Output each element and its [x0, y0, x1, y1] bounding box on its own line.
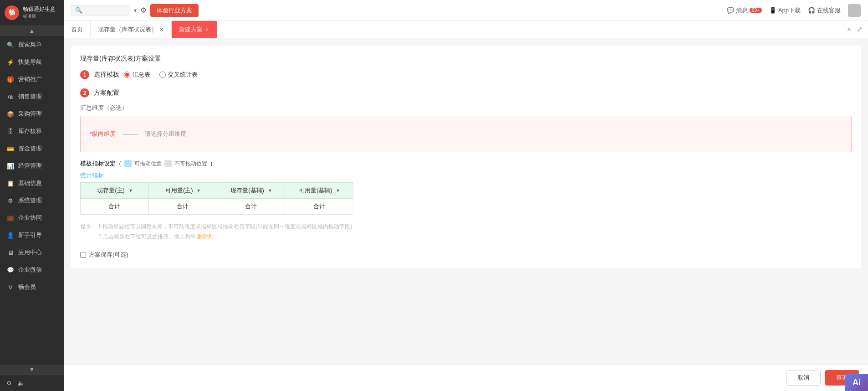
sidebar-scroll-up[interactable]: ▲: [0, 26, 64, 36]
sidebar-item-sales[interactable]: 🛍 销售管理: [0, 88, 64, 105]
grid-icon: 📋: [6, 179, 15, 187]
col-cell-0: 合计: [81, 199, 149, 215]
sidebar-item-operations[interactable]: 📊 经营管理: [0, 157, 64, 175]
app-download-btn[interactable]: 📱 App下载: [769, 6, 801, 15]
topbar-search-box[interactable]: 🔍: [71, 5, 130, 15]
sidebar-footer: ⚙ 🔈: [0, 375, 64, 391]
user-avatar[interactable]: [848, 4, 861, 17]
gift-icon: 🎁: [6, 75, 15, 83]
sidebar-item-marketing[interactable]: 🎁 营销推广: [0, 71, 64, 88]
delete-col-link[interactable]: 删除列: [197, 233, 214, 240]
step1-title: 选择模板: [94, 71, 119, 79]
window-controls: × ⤢: [845, 25, 868, 34]
topbar-dropdown-btn[interactable]: ▾: [134, 7, 137, 14]
package-icon: 📦: [6, 110, 15, 118]
sidebar-logo: 畅 畅赚通好生意 标准版: [0, 0, 64, 26]
col-dropdown-0[interactable]: ▾: [129, 187, 132, 194]
speaker-icon[interactable]: 🔈: [17, 380, 25, 386]
stats-section: 统计指标 现存量(主) ▾ 可用量(主) ▾: [80, 171, 852, 215]
logo-icon: 畅: [5, 5, 19, 20]
online-service-btn[interactable]: 🎧 在线客服: [808, 6, 841, 15]
tab-inventory[interactable]: 现存量（库存状况表） ×: [91, 21, 172, 38]
dimension-box: *纵向维度 —— 请选择分组维度: [80, 116, 852, 152]
app-version: 标准版: [23, 13, 56, 20]
stats-title: 统计指标: [80, 171, 852, 180]
radio-summary[interactable]: 汇总表: [124, 71, 150, 79]
search-icon-topbar: 🔍: [75, 7, 82, 14]
shopping-bag-icon: 🛍: [6, 93, 15, 101]
col-header-2[interactable]: 现存量(基辅) ▾: [217, 183, 285, 199]
col-header-3[interactable]: 可用量(基辅) ▾: [285, 183, 353, 199]
sidebar-scroll-down[interactable]: ▼: [0, 365, 64, 375]
tab-inventory-close[interactable]: ×: [159, 26, 164, 33]
col-dropdown-1[interactable]: ▾: [197, 187, 200, 194]
chevron-down-icon: ▾: [134, 7, 137, 14]
briefcase-icon: 💼: [6, 214, 15, 222]
sidebar-item-inventory[interactable]: 🗄 库存核算: [0, 123, 64, 140]
sidebar-item-quick-nav[interactable]: ⚡ 快捷导航: [0, 53, 64, 71]
sidebar-item-vip[interactable]: V 畅会员: [0, 278, 64, 296]
dimension-container: 汇总维度（必选） *纵向维度 —— 请选择分组维度: [80, 104, 852, 152]
topbar: 🔍 ▾ ⚙ 体验行业方案 💬 消息 99+ 📱 App下载 🎧 在线客服: [64, 0, 868, 21]
bookmark-icon: ⚡: [6, 58, 15, 66]
template-radio-group: 汇总表 交叉统计表: [124, 71, 198, 79]
vip-icon: V: [6, 283, 15, 291]
col-cell-1: 合计: [148, 199, 217, 215]
non-draggable-hint-text: 不可拖动位置: [174, 160, 207, 168]
tab-new-scheme-close[interactable]: ×: [204, 26, 209, 33]
col-dropdown-3[interactable]: ▾: [337, 187, 339, 194]
trial-btn[interactable]: 体验行业方案: [150, 4, 199, 17]
tabs-bar: 首页 现存量（库存状况表） × 新建方案 × × ⤢: [64, 21, 868, 38]
sidebar-item-system[interactable]: ⚙ 系统管理: [0, 192, 64, 209]
user-plus-icon: 👤: [6, 231, 15, 239]
tab-home[interactable]: 首页: [64, 21, 91, 38]
bar-chart-icon: 📊: [6, 162, 15, 170]
messages-btn[interactable]: 💬 消息 99+: [727, 6, 762, 15]
sidebar-item-app-center[interactable]: 🖥 应用中心: [0, 244, 64, 261]
col-cell-3: 合计: [285, 199, 353, 215]
step2-header: 2 方案配置: [80, 88, 852, 98]
radio-summary-input[interactable]: [124, 72, 130, 78]
dimension-label: 汇总维度（必选）: [80, 104, 852, 112]
sidebar-item-newbie[interactable]: 👤 新手引导: [0, 226, 64, 244]
radio-cross[interactable]: 交叉统计表: [159, 71, 198, 79]
topbar-search-input[interactable]: [84, 7, 125, 14]
sidebar-item-wechat[interactable]: 💬 企业微信: [0, 261, 64, 278]
dimension-arrow: ——: [123, 130, 138, 138]
message-circle-icon: 💬: [6, 266, 15, 274]
sidebar-item-search[interactable]: 🔍 搜索菜单: [0, 36, 64, 53]
footer-bar: 取消 查询: [64, 364, 868, 391]
save-option: 方案保存(可选): [80, 251, 852, 259]
col-header-1[interactable]: 可用量(主) ▾: [148, 183, 217, 199]
stats-table: 现存量(主) ▾ 可用量(主) ▾ 现存量(基辅) ▾: [80, 182, 353, 215]
save-label: 方案保存(可选): [89, 251, 128, 259]
metrics-closing-paren: ）: [210, 159, 216, 168]
mobile-icon: 📱: [769, 7, 776, 14]
col-cell-2: 合计: [217, 199, 285, 215]
search-icon: 🔍: [6, 41, 15, 49]
tips-section: 提示： 1.拖动标题栏可以调整布局，不可跨维度或指标区域拖动栏目字段(只能在同一…: [80, 222, 852, 242]
col-header-0[interactable]: 现存量(主) ▾: [81, 183, 149, 199]
dimension-required: *纵向维度: [90, 130, 116, 138]
sidebar-item-basic[interactable]: 📋 基础信息: [0, 175, 64, 192]
save-checkbox[interactable]: [80, 252, 86, 258]
sidebar-item-enterprise[interactable]: 💼 企业协同: [0, 209, 64, 226]
step2-badge: 2: [80, 88, 89, 98]
topbar-left: 🔍 ▾ ⚙ 体验行业方案: [71, 4, 722, 17]
sidebar-item-finance[interactable]: 💳 资金管理: [0, 140, 64, 157]
radio-cross-input[interactable]: [159, 72, 166, 78]
metrics-label-text: 模板指标设定（: [80, 159, 122, 168]
page-title: 现存量(库存状况表)方案设置: [80, 55, 852, 63]
tips-item1: 提示： 1.拖动标题栏可以调整布局，不可跨维度或指标区域拖动栏目字段(只能在同一…: [80, 222, 852, 232]
settings-footer-icon[interactable]: ⚙: [6, 380, 12, 386]
window-close-btn[interactable]: ×: [845, 26, 853, 34]
topbar-gear-btn[interactable]: ⚙: [140, 6, 147, 15]
cancel-button[interactable]: 取消: [786, 370, 821, 386]
ai-float-button[interactable]: Ai: [845, 374, 868, 391]
window-expand-btn[interactable]: ⤢: [855, 25, 864, 34]
col-dropdown-2[interactable]: ▾: [269, 187, 271, 194]
message-icon: 💬: [727, 7, 734, 14]
step1-section: 1 选择模板 汇总表 交叉统计表: [80, 70, 852, 79]
tab-new-scheme[interactable]: 新建方案 ×: [172, 21, 217, 38]
sidebar-item-purchase[interactable]: 📦 采购管理: [0, 105, 64, 123]
